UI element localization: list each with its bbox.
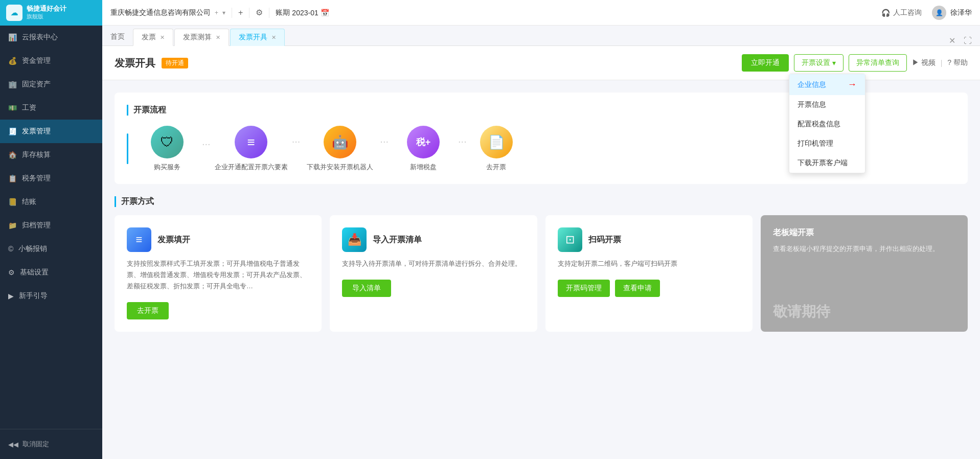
tab-invoice[interactable]: 发票 ✕ (133, 29, 173, 46)
invoice-mgmt-icon: 🧾 (8, 127, 17, 135)
exception-btn[interactable]: 异常清单查询 (849, 54, 907, 72)
methods-section: 开票方式 ≡ 发票填开 支持按照发票样式手工填开发票；可开具增值税电子普通发票、… (115, 196, 968, 332)
settings-icon[interactable]: ⚙ (256, 8, 263, 17)
methods-section-title: 开票方式 (115, 196, 968, 207)
chevron-down-icon: ▾ (222, 9, 225, 16)
settings-btn-label: 开票设置 (802, 58, 830, 67)
tab-invoice-open[interactable]: 发票开具 ✕ (230, 29, 285, 46)
method-card-fill: ≡ 发票填开 支持按照发票样式手工填开发票；可开具增值税电子普通发票、增值税普通… (115, 215, 322, 332)
archive-icon: 📁 (8, 221, 17, 230)
user-info[interactable]: 👤 徐泽华 (932, 6, 972, 20)
close-window-icon[interactable]: ✕ (949, 36, 955, 45)
flow-dots-4: ··· (458, 135, 467, 147)
tab-invoice-open-close-icon[interactable]: ✕ (271, 34, 276, 41)
company-selector[interactable]: 重庆畅捷交通信息咨询有限公司 + ▾ (110, 8, 225, 17)
add-tax-icon: 税+ (407, 126, 440, 158)
cancel-label: 取消固定 (22, 440, 49, 449)
sidebar-item-label: 结账 (22, 197, 36, 206)
config-icon: ≡ (235, 126, 267, 158)
sidebar-item-fixed-assets[interactable]: 🏢 固定资产 (0, 73, 102, 96)
flow-step-tax: 税+ 新增税盘 (393, 126, 454, 172)
scan-invoice-btn1[interactable]: 开票码管理 (558, 280, 610, 297)
dropdown-item-tax-config[interactable]: 配置税盘信息 (789, 114, 865, 134)
tab-invoice-calc[interactable]: 发票测算 ✕ (174, 29, 229, 46)
fill-invoice-btn[interactable]: 去开票 (127, 302, 169, 319)
sidebar-item-fund[interactable]: 💰 资金管理 (0, 49, 102, 73)
avatar: 👤 (932, 6, 946, 20)
import-invoice-desc: 支持导入待开票清单，可对待开票清单进行拆分、合并处理。 (342, 258, 525, 269)
sidebar-item-label: 固定资产 (22, 80, 51, 89)
tab-home[interactable]: 首页 (102, 28, 133, 45)
sidebar-item-label: 库存核算 (22, 150, 51, 159)
method-import-header: 📥 导入开票清单 (342, 227, 525, 252)
boss-invoice-desc: 查看老板端小程序提交的开票申请，并作出相应的处理。 (773, 243, 955, 255)
fill-invoice-title: 发票填开 (157, 235, 190, 245)
fixed-assets-icon: 🏢 (8, 80, 17, 88)
top-bar: ☁ 畅捷通好会计 旗舰版 重庆畅捷交通信息咨询有限公司 + ▾ + ⚙ 账期 2… (0, 0, 980, 26)
import-invoice-icon: 📥 (342, 227, 367, 252)
page-header: 发票开具 待开通 立即开通 开票设置 ▾ 异常清单查询 ▶ 视频 | ? 帮助 (102, 46, 980, 80)
sidebar-bottom: ◀◀ 取消固定 (0, 429, 102, 459)
sidebar: 📊 云报表中心 💰 资金管理 🏢 固定资产 💵 工资 🧾 发票管理 🏠 (0, 26, 102, 459)
scan-invoice-desc: 支持定制开票二维码，客户端可扫码开票 (558, 258, 740, 269)
guide-icon: ▶ (8, 292, 14, 300)
page-title: 发票开具 (115, 56, 155, 70)
tab-invoice-calc-close-icon[interactable]: ✕ (216, 34, 220, 41)
flow-dots-2: ··· (292, 135, 301, 147)
tax-config-label: 配置税盘信息 (797, 120, 840, 128)
logo-title: 畅捷通好会计 (27, 5, 66, 13)
methods-cards: ≡ 发票填开 支持按照发票样式手工填开发票；可开具增值税电子普通发票、增值税普通… (115, 215, 968, 332)
tab-invoice-close-icon[interactable]: ✕ (160, 34, 165, 41)
consultant-label: 人工咨询 (893, 8, 922, 17)
sidebar-item-basic[interactable]: ⚙ 基础设置 (0, 261, 102, 284)
tab-bar: 首页 发票 ✕ 发票测算 ✕ 发票开具 ✕ ✕ ⛶ (102, 26, 980, 46)
flow-step-buy: 🛡 购买服务 (136, 126, 198, 172)
download-client-label: 下载开票客户端 (797, 158, 848, 167)
sidebar-item-inventory[interactable]: 🏠 库存核算 (0, 143, 102, 167)
calendar-icon[interactable]: 📅 (321, 9, 329, 17)
cancel-fixed-btn[interactable]: ◀◀ 取消固定 (0, 434, 102, 454)
sidebar-item-label: 新手引导 (19, 291, 48, 301)
sidebar-item-archive[interactable]: 📁 归档管理 (0, 214, 102, 237)
logo-icon: ☁ (6, 5, 22, 21)
flow-dots-3: ··· (380, 135, 389, 147)
download-label: 下载并安装开票机器人 (307, 163, 373, 172)
sidebar-item-label: 资金管理 (22, 56, 51, 65)
video-btn[interactable]: ▶ 视频 (912, 58, 936, 67)
import-invoice-btn[interactable]: 导入清单 (342, 280, 391, 297)
consultant-btn[interactable]: 🎧 人工咨询 (881, 8, 922, 17)
dropdown-item-invoice-info[interactable]: 开票信息 (789, 95, 865, 114)
printer-label: 打印机管理 (797, 139, 833, 147)
dropdown-item-company-info[interactable]: 企业信息 → (789, 74, 865, 95)
help-btn[interactable]: ? 帮助 (947, 58, 968, 67)
sidebar-item-settle[interactable]: 📒 结账 (0, 190, 102, 214)
fund-icon: 💰 (8, 57, 17, 65)
sidebar-item-salary[interactable]: 💵 工资 (0, 96, 102, 120)
cancel-icon: ◀◀ (8, 441, 18, 448)
company-name: 重庆畅捷交通信息咨询有限公司 (110, 8, 211, 17)
right-panel: 首页 发票 ✕ 发票测算 ✕ 发票开具 ✕ ✕ ⛶ (102, 26, 980, 459)
main-layout: 📊 云报表中心 💰 资金管理 🏢 固定资产 💵 工资 🧾 发票管理 🏠 (0, 26, 980, 459)
basic-icon: ⚙ (8, 268, 15, 277)
fill-invoice-desc: 支持按照发票样式手工填开发票；可开具增值税电子普通发票、增值税普通发票、增值税专… (127, 258, 309, 292)
scan-invoice-btn2[interactable]: 查看申请 (615, 280, 660, 297)
add-icon[interactable]: + (238, 8, 243, 17)
flow-start-divider (127, 133, 128, 164)
tax-icon: 📋 (8, 174, 17, 182)
dropdown-item-download-client[interactable]: 下载开票客户端 (789, 153, 865, 173)
sidebar-item-guide[interactable]: ▶ 新手引导 (0, 284, 102, 308)
dropdown-item-printer[interactable]: 打印机管理 (789, 134, 865, 153)
period-label: 账期 (276, 8, 290, 17)
immediate-open-btn[interactable]: 立即开通 (742, 54, 789, 72)
sidebar-item-report[interactable]: © 小畅报销 (0, 237, 102, 261)
method-fill-header: ≡ 发票填开 (127, 227, 309, 252)
method-card-boss: 老板端开票 查看老板端小程序提交的开票申请，并作出相应的处理。 敬请期待 (761, 215, 968, 332)
sidebar-item-cloud-report[interactable]: 📊 云报表中心 (0, 26, 102, 49)
sidebar-item-tax[interactable]: 📋 税务管理 (0, 167, 102, 190)
sidebar-item-invoice-mgmt[interactable]: 🧾 发票管理 (0, 120, 102, 143)
sidebar-item-label: 基础设置 (20, 268, 49, 277)
settings-btn[interactable]: 开票设置 ▾ (794, 54, 844, 72)
headset-icon: 🎧 (881, 9, 890, 17)
maximize-window-icon[interactable]: ⛶ (964, 36, 972, 45)
btn-divider: | (941, 59, 943, 67)
